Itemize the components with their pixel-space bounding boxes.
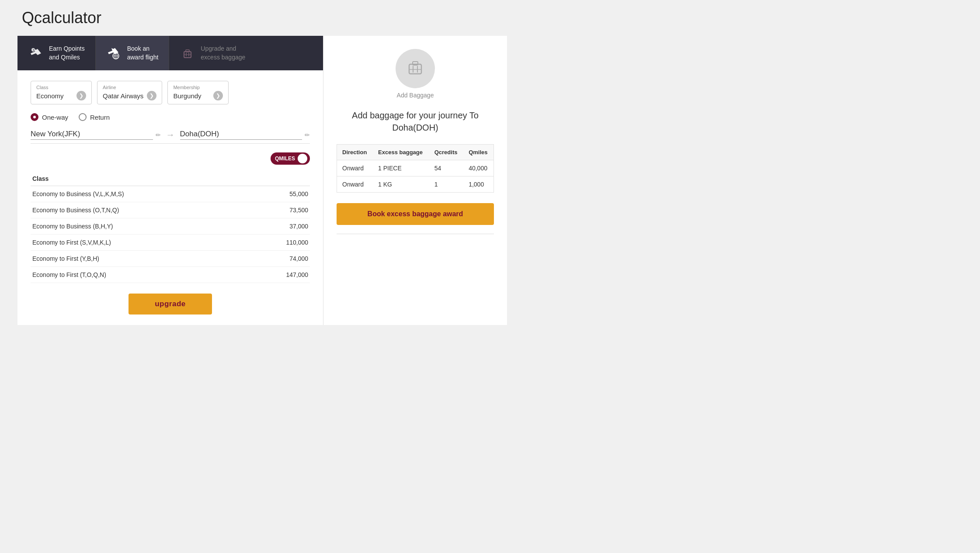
tab-upgrade[interactable]: Upgrade and excess baggage bbox=[169, 36, 256, 70]
class-value-cell: 110,000 bbox=[250, 235, 310, 251]
baggage-qmiles-cell: 40,000 bbox=[463, 160, 493, 176]
membership-value: Burgundy bbox=[173, 92, 201, 100]
table-row: Economy to Business (V,L,K,M,S) 55,000 bbox=[31, 186, 310, 202]
airline-label: Airline bbox=[103, 85, 156, 90]
svg-rect-7 bbox=[186, 50, 189, 52]
baggage-row: Onward 1 KG 1 1,000 bbox=[337, 176, 494, 193]
origin-edit-icon[interactable]: ✏ bbox=[156, 131, 161, 138]
origin-input[interactable] bbox=[31, 130, 153, 140]
baggage-table: Direction Excess baggage Qcredits Qmiles… bbox=[337, 144, 494, 193]
baggage-excess-cell: 1 KG bbox=[373, 176, 429, 193]
value-column-header bbox=[250, 172, 310, 186]
destination-wrap: ✏ bbox=[180, 130, 310, 140]
class-value-cell: 73,500 bbox=[250, 202, 310, 218]
airline-dropdown[interactable]: Airline Qatar Airways ❯ bbox=[97, 81, 162, 104]
baggage-icon-wrap: Add Baggage bbox=[337, 49, 494, 99]
add-baggage-label: Add Baggage bbox=[397, 92, 434, 99]
page-title: Qcalculator bbox=[17, 9, 507, 27]
baggage-destination-title: Add baggage for your journey To Doha(DOH… bbox=[337, 109, 494, 134]
right-panel: Add Baggage Add baggage for your journey… bbox=[323, 36, 507, 325]
table-row: Economy to First (Y,B,H) 74,000 bbox=[31, 251, 310, 267]
baggage-excess-cell: 1 PIECE bbox=[373, 160, 429, 176]
svg-text:+: + bbox=[33, 48, 35, 52]
oneway-radio-dot bbox=[31, 113, 38, 121]
class-name-cell: Economy to First (Y,B,H) bbox=[31, 251, 250, 267]
destination-input[interactable] bbox=[180, 130, 302, 140]
plane-plus-icon: + bbox=[28, 45, 44, 61]
class-name-cell: Economy to Business (O,T,N,Q) bbox=[31, 202, 250, 218]
baggage-row: Onward 1 PIECE 54 40,000 bbox=[337, 160, 494, 176]
class-value: Economy bbox=[36, 92, 64, 100]
class-name-cell: Economy to First (S,V,M,K,L) bbox=[31, 235, 250, 251]
membership-arrow-icon: ❯ bbox=[213, 91, 223, 100]
oneway-radio[interactable]: One-way bbox=[31, 113, 68, 121]
table-row: Economy to Business (O,T,N,Q) 73,500 bbox=[31, 202, 310, 218]
svg-rect-11 bbox=[409, 64, 421, 74]
membership-label: Membership bbox=[173, 85, 223, 90]
airline-value: Qatar Airways bbox=[103, 92, 143, 100]
excess-baggage-header: Excess baggage bbox=[373, 145, 429, 160]
table-row: Economy to First (S,V,M,K,L) 110,000 bbox=[31, 235, 310, 251]
airline-value-row: Qatar Airways ❯ bbox=[103, 91, 156, 100]
add-baggage-icon bbox=[405, 56, 426, 81]
tab-upgrade-label: Upgrade and excess baggage bbox=[201, 45, 245, 62]
toggle-knob bbox=[298, 154, 307, 163]
baggage-qcredits-cell: 1 bbox=[429, 176, 463, 193]
table-row: Economy to First (T,O,Q,N) 147,000 bbox=[31, 267, 310, 283]
toggle-text: QMILES bbox=[273, 156, 295, 162]
return-radio-dot bbox=[79, 113, 87, 121]
luggage-nav-icon bbox=[180, 45, 195, 61]
nav-tabs: + Earn Qpoints and Qmiles bbox=[17, 36, 323, 70]
origin-wrap: ✏ bbox=[31, 130, 161, 140]
baggage-qcredits-cell: 54 bbox=[429, 160, 463, 176]
dropdowns-row: Class Economy ❯ Airline Qatar Airways ❯ bbox=[31, 81, 310, 104]
class-value-cell: 55,000 bbox=[250, 186, 310, 202]
route-row: ✏ → ✏ bbox=[31, 130, 310, 144]
book-baggage-button[interactable]: Book excess baggage award bbox=[337, 203, 494, 225]
baggage-circle bbox=[396, 49, 435, 88]
class-label: Class bbox=[36, 85, 86, 90]
membership-value-row: Burgundy ❯ bbox=[173, 91, 223, 100]
membership-dropdown[interactable]: Membership Burgundy ❯ bbox=[167, 81, 229, 104]
return-label: Return bbox=[90, 114, 110, 121]
class-value-cell: 37,000 bbox=[250, 218, 310, 235]
class-name-cell: Economy to Business (V,L,K,M,S) bbox=[31, 186, 250, 202]
divider bbox=[337, 234, 494, 234]
baggage-qmiles-cell: 1,000 bbox=[463, 176, 493, 193]
class-value-cell: 147,000 bbox=[250, 267, 310, 283]
destination-edit-icon[interactable]: ✏ bbox=[305, 131, 310, 138]
upgrade-button[interactable]: upgrade bbox=[129, 294, 212, 315]
baggage-direction-cell: Onward bbox=[337, 176, 373, 193]
tab-earn[interactable]: + Earn Qpoints and Qmiles bbox=[17, 36, 96, 70]
class-value-row: Economy ❯ bbox=[36, 91, 86, 100]
airline-arrow-icon: ❯ bbox=[147, 91, 156, 100]
class-value-cell: 74,000 bbox=[250, 251, 310, 267]
class-name-cell: Economy to First (T,O,Q,N) bbox=[31, 267, 250, 283]
tab-award-label: Book an award flight bbox=[127, 45, 159, 62]
class-name-cell: Economy to Business (B,H,Y) bbox=[31, 218, 250, 235]
class-column-header: Class bbox=[31, 172, 250, 186]
return-radio[interactable]: Return bbox=[79, 113, 110, 121]
route-arrow-icon: → bbox=[166, 130, 175, 140]
oneway-label: One-way bbox=[42, 114, 68, 121]
plane-globe-icon bbox=[106, 45, 122, 61]
tab-earn-label: Earn Qpoints and Qmiles bbox=[49, 45, 85, 62]
qmiles-header: Qmiles bbox=[463, 145, 493, 160]
direction-header: Direction bbox=[337, 145, 373, 160]
qmiles-toggle[interactable]: QMILES bbox=[271, 152, 310, 165]
class-arrow-icon: ❯ bbox=[76, 91, 86, 100]
table-row: Economy to Business (B,H,Y) 37,000 bbox=[31, 218, 310, 235]
tab-award[interactable]: Book an award flight bbox=[96, 36, 170, 70]
form-area: Class Economy ❯ Airline Qatar Airways ❯ bbox=[17, 70, 323, 325]
baggage-direction-cell: Onward bbox=[337, 160, 373, 176]
class-dropdown[interactable]: Class Economy ❯ bbox=[31, 81, 92, 104]
results-table: Class Economy to Business (V,L,K,M,S) 55… bbox=[31, 172, 310, 283]
trip-type-row: One-way Return bbox=[31, 113, 310, 121]
toggle-row: QMILES bbox=[31, 152, 310, 165]
qcredits-header: Qcredits bbox=[429, 145, 463, 160]
